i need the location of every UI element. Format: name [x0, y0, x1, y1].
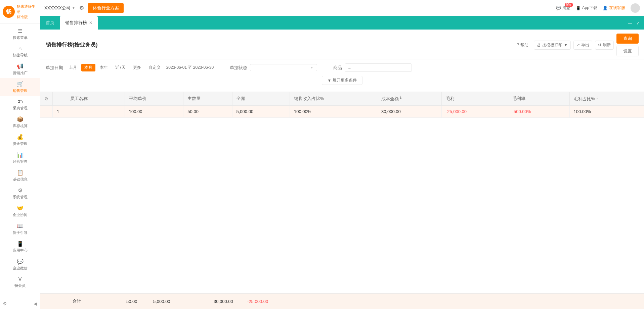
goods-input[interactable]: ...: [345, 63, 412, 72]
nav-label-11: 新手引导: [13, 230, 28, 235]
nav-label-13: 企业微信: [13, 266, 28, 271]
col-rank: [53, 92, 66, 106]
page-header: 销售排行榜(按业务员) ? 帮助 🖨 按模板打印 ▼ ↗ 导出: [40, 30, 644, 59]
cell-profit: -25,000.00: [441, 106, 508, 118]
sidebar-item-9[interactable]: ⚙系统管理: [0, 185, 40, 202]
nav-icon-14: V: [18, 276, 22, 282]
col-amount: 全额: [232, 92, 290, 106]
date-tab-custom[interactable]: 自定义: [145, 64, 164, 71]
query-button[interactable]: 查询: [616, 34, 639, 44]
cell-settings: [40, 106, 53, 118]
sidebar-item-6[interactable]: 💰资金管理: [0, 131, 40, 149]
nav-label-9: 系统管理: [13, 195, 28, 200]
status-filter-label: 单据状态: [230, 65, 247, 71]
data-table: ⚙ 员工名称 平均单价 主数量 全额 销售收入占比% 成本全额 ℹ 毛利 毛利率…: [40, 92, 644, 118]
filter-row: 单据日期 上月 本月 本年 近7天 更多 自定义 2023-06-01 至 20…: [46, 63, 639, 72]
footer-total-label: 合计: [69, 297, 95, 306]
export-icon: ↗: [576, 43, 580, 47]
tab-actions: — ⤢: [628, 20, 644, 25]
company-selector[interactable]: XXXXXX公司 ▼: [44, 5, 75, 11]
col-profit: 毛利: [441, 92, 508, 106]
cell-avg_price: 100.00: [125, 106, 183, 118]
sidebar-collapse-icon[interactable]: ◀: [34, 301, 37, 306]
date-tab-this-month[interactable]: 本月: [81, 64, 95, 71]
nav-icon-11: 📖: [17, 223, 24, 229]
refresh-button[interactable]: ↺ 刷新: [595, 41, 614, 50]
sidebar-item-3[interactable]: 🛒销售管理: [0, 78, 40, 96]
service-label: 在线客服: [609, 5, 625, 11]
date-filter: 单据日期 上月 本月 本年 近7天 更多 自定义 2023-06-01 至 20…: [46, 64, 214, 71]
sidebar-item-12[interactable]: 📱应用中心: [0, 238, 40, 256]
tab-close-icon[interactable]: ✕: [89, 20, 92, 25]
app-download-button[interactable]: 📱 App下载: [576, 5, 597, 11]
refresh-icon: ↺: [598, 43, 601, 47]
sidebar-settings-icon[interactable]: ⚙: [3, 301, 7, 306]
sidebar-item-4[interactable]: 🛍采购管理: [0, 96, 40, 113]
sidebar-item-11[interactable]: 📖新手引导: [0, 220, 40, 238]
nav-label-7: 经营管理: [13, 159, 28, 164]
nav-label-6: 资金管理: [13, 141, 28, 146]
logo-text: 畅康通好生意 标准版: [17, 4, 37, 19]
export-button[interactable]: ↗ 导出: [573, 41, 592, 50]
nav-icon-1: ⌂: [18, 46, 22, 52]
nav-label-3: 销售管理: [13, 88, 28, 93]
nav-icon-12: 📱: [17, 241, 24, 247]
message-icon: 💬: [556, 6, 561, 10]
date-tab-7days[interactable]: 近7天: [112, 64, 129, 71]
footer-amount: 5,000.00: [149, 298, 176, 305]
message-button[interactable]: 💬 消息 99+: [556, 5, 570, 11]
tabbar: 首页 销售排行榜 ✕ — ⤢: [40, 16, 644, 30]
filter-area: 单据日期 上月 本月 本年 近7天 更多 自定义 2023-06-01 至 20…: [40, 59, 644, 92]
settings-button[interactable]: 设置: [616, 46, 639, 56]
col-settings[interactable]: ⚙: [40, 92, 53, 106]
sidebar-item-2[interactable]: 📢营销推广: [0, 60, 40, 78]
sidebar-item-10[interactable]: 🤝企业协同: [0, 202, 40, 220]
tab-home[interactable]: 首页: [40, 16, 60, 30]
sidebar-item-5[interactable]: 📦库存核算: [0, 113, 40, 131]
sidebar-item-1[interactable]: ⌂快捷导航: [0, 43, 40, 60]
col-avg-price: 平均单价: [125, 92, 183, 106]
col-profit-rate: 毛利率: [508, 92, 569, 106]
sidebar-footer: ⚙ ◀: [0, 298, 40, 309]
topbar-settings-icon[interactable]: ⚙: [79, 5, 84, 11]
tab-minimize-icon[interactable]: —: [628, 20, 632, 25]
cell-profit_ratio: 100.00%: [569, 106, 644, 118]
date-tab-this-year[interactable]: 本年: [97, 64, 111, 71]
topbar: XXXXXX公司 ▼ ⚙ 体验行业方案 💬 消息 99+ 📱 App下载 👤 在…: [40, 0, 644, 16]
nav-icon-0: ☰: [18, 28, 23, 34]
cell-quantity: 50.00: [183, 106, 232, 118]
sidebar-item-8[interactable]: 📋基础信息: [0, 167, 40, 185]
status-select[interactable]: ▼: [250, 64, 317, 71]
message-badge: 99+: [565, 3, 573, 7]
nav-icon-6: 💰: [17, 134, 24, 140]
sidebar-item-14[interactable]: V畅会员: [0, 273, 40, 291]
nav-icon-8: 📋: [17, 169, 24, 176]
expand-conditions-button[interactable]: ▼ 展开更多条件: [322, 76, 363, 85]
cell-amount: 5,000.00: [232, 106, 290, 118]
sidebar-item-0[interactable]: ☰搜索菜单: [0, 25, 40, 43]
table-footer: 合计 50.00 5,000.00 30,000.00 -25,000.00: [40, 293, 644, 309]
sidebar-item-13[interactable]: 💬企业微信: [0, 256, 40, 273]
sidebar-item-7[interactable]: 📊经营管理: [0, 149, 40, 167]
nav-icon-3: 🛒: [17, 81, 24, 87]
expand-row: ▼ 展开更多条件: [46, 72, 639, 88]
help-button[interactable]: ? 帮助: [514, 41, 531, 49]
nav-icon-2: 📢: [17, 63, 24, 69]
table-wrap: ⚙ 员工名称 平均单价 主数量 全额 销售收入占比% 成本全额 ℹ 毛利 毛利率…: [40, 92, 644, 293]
date-tab-more[interactable]: 更多: [130, 64, 144, 71]
col-quantity: 主数量: [183, 92, 232, 106]
nav-icon-9: ⚙: [18, 187, 23, 194]
tab-sales-ranking[interactable]: 销售排行榜 ✕: [60, 16, 98, 30]
nav-label-4: 采购管理: [13, 106, 28, 111]
nav-icon-5: 📦: [17, 116, 24, 122]
footer-quantity: 50.00: [122, 298, 149, 305]
date-tab-last-month[interactable]: 上月: [66, 64, 80, 71]
print-button[interactable]: 🖨 按模板打印 ▼: [534, 41, 571, 50]
trial-button[interactable]: 体验行业方案: [88, 3, 124, 13]
tab-maximize-icon[interactable]: ⤢: [636, 20, 640, 25]
tab-sales-ranking-label: 销售排行榜: [65, 20, 87, 26]
print-icon: 🖨: [537, 43, 541, 47]
online-service-button[interactable]: 👤 在线客服: [603, 5, 625, 11]
nav-icon-7: 📊: [17, 152, 24, 158]
user-avatar[interactable]: [631, 3, 640, 13]
